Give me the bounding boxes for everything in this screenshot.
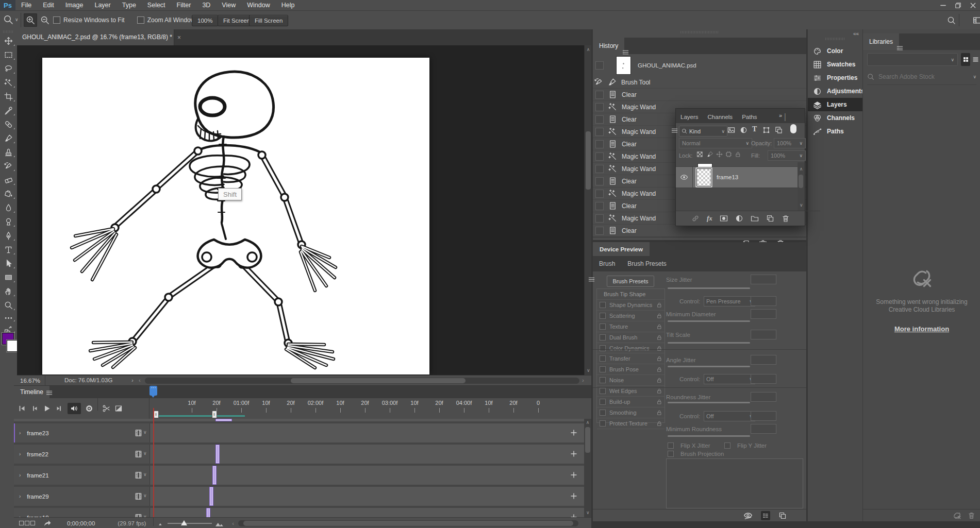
history-brush-source-icon[interactable] [594, 78, 603, 87]
angle-jitter-slider[interactable] [668, 366, 750, 367]
set-source-well[interactable] [595, 190, 604, 198]
close-tab-icon[interactable]: × [177, 34, 181, 41]
lock-icon[interactable] [656, 313, 662, 319]
play-icon[interactable] [43, 404, 51, 413]
canvas-vertical-scrollbar[interactable]: ∧ ∨ [584, 45, 591, 375]
zoom-in-mountain-icon[interactable] [215, 519, 224, 528]
tool-button[interactable] [0, 243, 17, 257]
size-control-value[interactable] [751, 296, 776, 306]
slider-thumb[interactable] [181, 520, 187, 525]
menu-item[interactable]: Type [117, 0, 142, 10]
lock-icon[interactable] [656, 302, 662, 308]
add-media-plus-icon[interactable] [570, 471, 578, 479]
fill-field[interactable]: 100%∨ [768, 150, 806, 161]
tab-timeline[interactable]: Timeline [14, 386, 49, 398]
brush-option-row[interactable]: Scattering [597, 311, 665, 321]
roundness-jitter-slider[interactable] [668, 402, 750, 403]
history-snapshot-row[interactable]: GHOUL_ANIMAC.psd [593, 54, 806, 76]
chevron-down-icon[interactable]: ∨ [143, 472, 147, 477]
lock-icon[interactable] [656, 377, 662, 383]
current-tool-badge[interactable]: ∨ [3, 14, 19, 25]
clip[interactable] [209, 487, 213, 506]
checkbox-icon[interactable] [600, 399, 606, 405]
menu-item[interactable]: Window [241, 0, 275, 10]
brush-tab[interactable]: Brush Presets [621, 256, 672, 271]
tool-button[interactable] [0, 48, 17, 62]
tool-button[interactable] [0, 270, 17, 284]
document-tab[interactable]: GHOUL_ANIMAC_2.psd @ 16.7% (frame13, RGB… [17, 29, 174, 45]
menu-item[interactable]: Edit [37, 0, 60, 10]
lock-icon[interactable] [656, 388, 662, 394]
convert-to-frame-animation-icon[interactable] [19, 520, 36, 526]
layers-panel-tab[interactable]: Channels [703, 111, 738, 123]
roundness-jitter-value[interactable] [751, 392, 776, 402]
min-roundness-slider[interactable] [668, 435, 750, 437]
artboard[interactable] [42, 58, 429, 374]
timeline-ruler[interactable]: 10f20f01:00f10f20f02:00f10f20f03:00f10f2… [150, 398, 584, 419]
checkbox-icon[interactable] [600, 410, 606, 416]
lock-icon[interactable] [656, 366, 662, 372]
collapse-chevrons[interactable]: » [779, 112, 782, 118]
track-row[interactable]: › frame29 ∨ [14, 487, 584, 506]
roundness-control-value[interactable] [751, 411, 776, 421]
checkbox-icon[interactable] [600, 302, 606, 308]
tool-button[interactable] [0, 76, 17, 90]
tool-button[interactable] [0, 90, 17, 104]
brush-tip-shape-item[interactable]: Brush Tip Shape [597, 289, 665, 300]
min-diameter-slider[interactable] [668, 320, 750, 322]
option-checkbox[interactable]: Resize Windows to Fit [53, 16, 125, 24]
expand-chevron-icon[interactable]: › [19, 493, 21, 499]
checkbox-icon[interactable] [600, 420, 606, 427]
set-source-well[interactable] [595, 177, 604, 185]
work-area-start-bracket[interactable]: ‖ [154, 411, 159, 418]
chevron-down-icon[interactable]: ∨ [143, 451, 147, 456]
zoom-level-field[interactable]: 16.67% [17, 376, 45, 386]
scroll-down-arrow[interactable]: ∨ [800, 202, 803, 208]
angle-control-value[interactable] [751, 374, 776, 384]
set-source-well[interactable] [595, 115, 604, 124]
lock-icon[interactable] [656, 410, 662, 416]
add-media-plus-icon[interactable] [570, 513, 578, 517]
menu-item[interactable]: Help [276, 0, 301, 10]
clip[interactable] [215, 445, 220, 464]
first-frame-icon[interactable] [18, 404, 26, 413]
brush-option-row[interactable]: Texture [597, 321, 665, 332]
tool-button[interactable] [0, 229, 17, 243]
tool-button[interactable] [0, 145, 17, 159]
canvas-horizontal-scrollbar[interactable] [145, 378, 579, 384]
brush-option-row[interactable]: Brush Pose [597, 364, 665, 375]
search-input[interactable] [877, 73, 957, 81]
tool-button[interactable] [0, 173, 17, 187]
library-search-field[interactable]: ∨ [867, 71, 976, 85]
brush-option-row[interactable]: Shape Dynamics [597, 300, 665, 311]
filter-adjustment-layers-icon[interactable] [740, 126, 748, 134]
size-jitter-value[interactable] [751, 275, 776, 284]
set-source-well[interactable] [595, 227, 604, 235]
scrollbar-thumb[interactable] [585, 427, 590, 453]
scroll-right-arrow[interactable]: › [582, 377, 584, 383]
history-state-row[interactable]: Clear [593, 225, 806, 237]
set-source-well[interactable] [595, 61, 604, 70]
visibility-eye-icon[interactable] [680, 173, 688, 181]
tool-button[interactable] [0, 131, 17, 145]
expand-chevron-icon[interactable]: › [19, 472, 21, 478]
layer-filter-dropdown[interactable]: Kind ∨ [679, 126, 727, 137]
layer-mask-icon[interactable] [720, 214, 728, 223]
dock-panel-button[interactable]: Channels [808, 111, 863, 125]
timeline-zoom-slider[interactable] [168, 523, 212, 524]
new-layer-icon[interactable] [766, 214, 774, 223]
layer-style-fx-icon[interactable]: fx [707, 214, 712, 223]
size-jitter-slider[interactable] [668, 287, 750, 289]
menu-item[interactable]: Filter [171, 0, 197, 10]
tilt-scale-value[interactable] [751, 330, 776, 339]
tool-button[interactable] [0, 159, 17, 173]
status-menu-arrow[interactable]: › [131, 377, 134, 383]
lock-icon[interactable] [656, 355, 662, 362]
menu-item[interactable]: 3D [196, 0, 216, 10]
option-checkbox[interactable]: Zoom All Windows [137, 16, 198, 24]
link-layers-icon[interactable] [691, 214, 700, 223]
add-media-plus-icon[interactable] [570, 450, 578, 458]
chevron-down-icon[interactable]: ∨ [143, 430, 147, 435]
panel-menu-icon[interactable] [896, 44, 904, 52]
clip[interactable] [206, 508, 210, 517]
